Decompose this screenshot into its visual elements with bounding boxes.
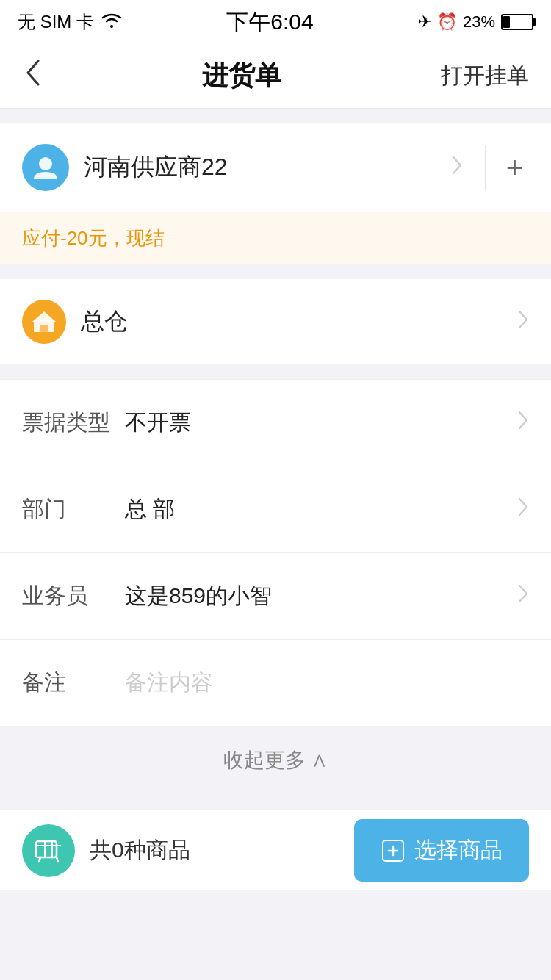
supplier-name: 河南供应商22 [84, 151, 451, 184]
section-gap-2 [0, 264, 551, 279]
salesperson-chevron-icon [517, 583, 529, 609]
remark-label: 备注 [22, 668, 110, 698]
add-supplier-button[interactable]: + [485, 145, 529, 190]
page-background [0, 890, 551, 980]
back-button[interactable] [22, 57, 43, 96]
location-icon: ✈ [418, 12, 431, 32]
svg-point-0 [39, 157, 52, 170]
warehouse-chevron-icon [517, 309, 529, 335]
supplier-row[interactable]: 河南供应商22 + [0, 123, 551, 212]
department-value: 总 部 [110, 494, 517, 525]
section-gap-4 [0, 795, 551, 810]
alarm-icon: ⏰ [437, 12, 457, 32]
open-pending-button[interactable]: 打开挂单 [441, 61, 529, 91]
carrier-text: 无 SIM 卡 [18, 10, 94, 34]
notice-bar: 应付-20元，现结 [0, 212, 551, 264]
collapse-label: 收起更多 ∧ [223, 749, 328, 771]
supplier-chevron-icon [451, 155, 463, 181]
select-product-button[interactable]: 选择商品 [354, 819, 529, 882]
salesperson-value: 这是859的小智 [110, 581, 517, 611]
salesperson-label: 业务员 [22, 581, 110, 611]
status-left: 无 SIM 卡 [18, 10, 122, 34]
status-bar: 无 SIM 卡 下午6:04 ✈ ⏰ 23% [0, 0, 551, 44]
status-time: 下午6:04 [226, 7, 313, 37]
svg-rect-4 [36, 841, 57, 857]
warehouse-icon [22, 300, 66, 344]
page-title: 进货单 [202, 58, 281, 94]
svg-marker-2 [32, 311, 56, 322]
select-product-label: 选择商品 [414, 835, 503, 865]
plus-icon: + [506, 151, 523, 184]
invoice-type-value: 不开票 [110, 408, 517, 438]
nav-bar: 进货单 打开挂单 [0, 44, 551, 109]
salesperson-row[interactable]: 业务员 这是859的小智 [0, 552, 551, 639]
product-count: 共0种商品 [90, 835, 354, 865]
section-gap-3 [0, 364, 551, 379]
collapse-toggle[interactable]: 收起更多 ∧ [0, 726, 551, 795]
invoice-type-label: 票据类型 [22, 408, 110, 438]
notice-text: 应付-20元，现结 [22, 227, 165, 249]
department-label: 部门 [22, 494, 110, 525]
invoice-chevron-icon [517, 410, 529, 436]
battery-text: 23% [463, 12, 495, 32]
department-chevron-icon [517, 497, 529, 522]
warehouse-name: 总仓 [81, 306, 517, 338]
supplier-avatar [22, 144, 69, 191]
svg-rect-3 [40, 325, 48, 332]
remark-placeholder: 备注内容 [110, 668, 529, 698]
form-card: 票据类型 不开票 部门 总 部 业务员 这是859的小智 备注 备注内容 [0, 379, 551, 726]
invoice-type-row[interactable]: 票据类型 不开票 [0, 379, 551, 466]
department-row[interactable]: 部门 总 部 [0, 466, 551, 552]
bottom-bar: 共0种商品 选择商品 [0, 810, 551, 890]
battery-icon [501, 14, 533, 30]
supplier-card: 河南供应商22 + 应付-20元，现结 [0, 123, 551, 264]
status-right: ✈ ⏰ 23% [418, 12, 533, 32]
section-gap-1 [0, 109, 551, 123]
warehouse-card: 总仓 [0, 279, 551, 364]
cart-icon [22, 824, 75, 877]
wifi-icon [101, 12, 122, 32]
warehouse-row[interactable]: 总仓 [0, 279, 551, 364]
remark-row[interactable]: 备注 备注内容 [0, 639, 551, 726]
